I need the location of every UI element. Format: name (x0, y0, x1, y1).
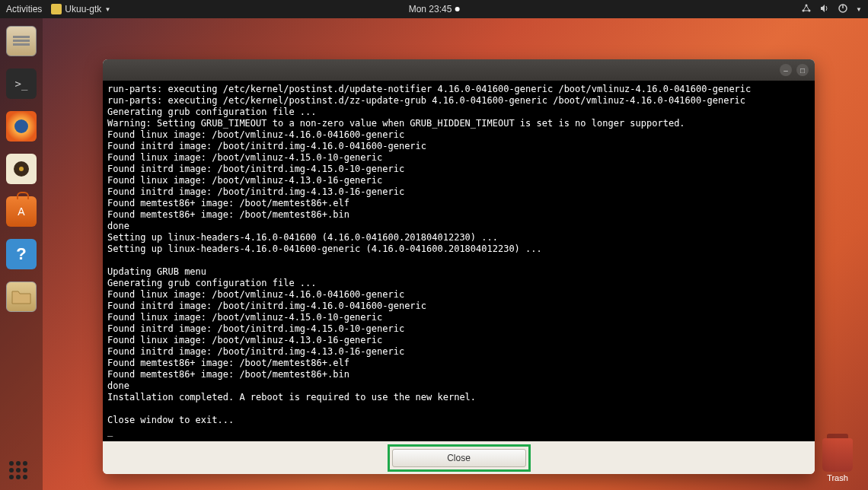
clock[interactable]: Mon 23:45 (409, 4, 460, 14)
dock-files-icon[interactable] (6, 26, 37, 56)
app-menu[interactable]: Ukuu-gtk ▼ (51, 4, 110, 14)
dialog-button-bar: Close (103, 441, 815, 474)
trash-label: Trash (822, 473, 853, 482)
terminal-output: run-parts: executing /etc/kernel/postins… (103, 81, 815, 441)
trash-icon (822, 438, 853, 472)
svg-rect-5 (13, 36, 30, 38)
svg-rect-7 (13, 43, 30, 46)
svg-point-10 (19, 167, 24, 171)
dock-software-icon[interactable]: A (6, 196, 37, 227)
minimize-button[interactable]: – (780, 64, 792, 76)
trash-desktop-icon[interactable]: Trash (822, 438, 853, 482)
show-applications-button[interactable] (9, 461, 30, 482)
svg-text:A: A (18, 205, 25, 218)
maximize-button[interactable]: □ (796, 64, 809, 76)
svg-rect-6 (13, 40, 30, 42)
app-name-label: Ukuu-gtk (65, 4, 101, 14)
notification-dot-icon (455, 7, 459, 11)
system-menu-chevron-icon[interactable]: ▼ (856, 6, 862, 13)
dock-folder-icon[interactable] (6, 282, 37, 312)
chevron-down-icon: ▼ (104, 6, 110, 13)
dock-rhythmbox-icon[interactable] (6, 154, 37, 184)
svg-point-8 (14, 119, 28, 133)
dock-help-icon[interactable]: ? (6, 239, 37, 269)
app-icon (51, 4, 62, 14)
ukuu-output-window: – □ run-parts: executing /etc/kernel/pos… (103, 59, 815, 474)
volume-icon[interactable] (819, 3, 830, 16)
power-icon[interactable] (838, 3, 848, 16)
launcher-dock: >_ A ? (0, 18, 43, 490)
top-panel: Activities Ukuu-gtk ▼ Mon 23:45 ▼ (0, 0, 868, 18)
activities-button[interactable]: Activities (6, 4, 42, 14)
close-button[interactable]: Close (392, 449, 526, 467)
close-button-highlight: Close (388, 444, 531, 472)
window-titlebar[interactable]: – □ (103, 59, 815, 81)
clock-label: Mon 23:45 (409, 4, 452, 14)
dock-firefox-icon[interactable] (6, 111, 37, 142)
network-icon[interactable] (801, 3, 812, 16)
dock-terminal-icon[interactable]: >_ (6, 68, 37, 99)
